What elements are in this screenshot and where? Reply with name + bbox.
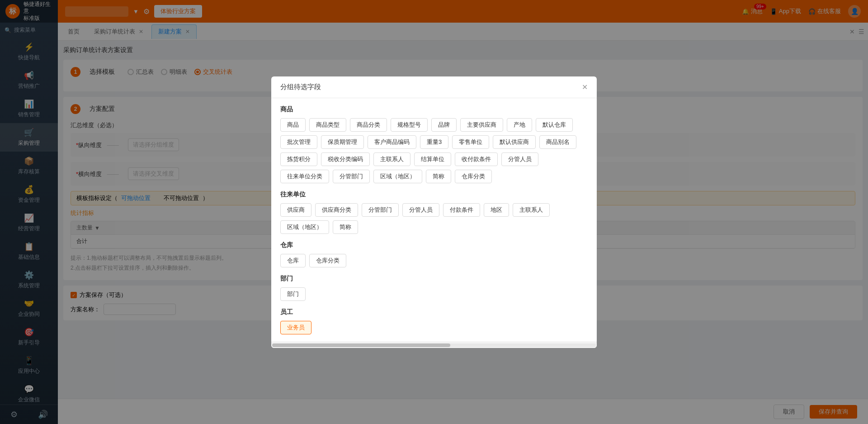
modal-header: 分组待选字段 ✕ [271, 76, 597, 98]
modal: 分组待选字段 ✕ 商品商品商品类型商品分类规格型号品牌主要供应商产地默认仓库批次… [271, 76, 597, 348]
field-chips-warehouse: 仓库仓库分类 [280, 254, 588, 267]
field-chip-product-25[interactable]: 仓库分类 [455, 170, 492, 183]
modal-overlay[interactable]: 分组待选字段 ✕ 商品商品商品类型商品分类规格型号品牌主要供应商产地默认仓库批次… [0, 0, 868, 424]
field-chip-warehouse-0[interactable]: 仓库 [280, 254, 306, 267]
field-chip-partner-0[interactable]: 供应商 [280, 203, 311, 217]
field-chip-product-14[interactable]: 商品别名 [539, 135, 576, 149]
field-chip-product-7[interactable]: 默认仓库 [536, 118, 573, 132]
field-chip-partner-8[interactable]: 简称 [333, 220, 358, 234]
modal-hscrollbar-thumb [272, 343, 450, 347]
field-chip-product-16[interactable]: 税收分类编码 [321, 152, 370, 166]
field-group-title-partner: 往来单位 [280, 191, 588, 199]
field-chip-product-11[interactable]: 重量3 [420, 135, 448, 149]
field-group-product: 商品商品商品类型商品分类规格型号品牌主要供应商产地默认仓库批次管理保质期管理客户… [280, 105, 588, 183]
field-chip-product-19[interactable]: 收付款条件 [455, 152, 498, 166]
field-chip-product-5[interactable]: 主要供应商 [460, 118, 503, 132]
field-chip-product-20[interactable]: 分管人员 [501, 152, 538, 166]
modal-hscrollbar-area [271, 342, 597, 348]
field-chip-product-4[interactable]: 品牌 [431, 118, 457, 132]
field-chips-product: 商品商品类型商品分类规格型号品牌主要供应商产地默认仓库批次管理保质期管理客户商品… [280, 118, 588, 183]
field-group-department: 部门部门 [280, 275, 588, 301]
field-chip-partner-7[interactable]: 区域（地区） [280, 220, 329, 234]
field-chips-department: 部门 [280, 287, 588, 301]
field-chip-product-12[interactable]: 零售单位 [452, 135, 489, 149]
modal-body: 商品商品商品类型商品分类规格型号品牌主要供应商产地默认仓库批次管理保质期管理客户… [271, 98, 597, 342]
field-chip-department-0[interactable]: 部门 [280, 287, 306, 301]
field-group-title-department: 部门 [280, 275, 588, 283]
field-chip-product-15[interactable]: 拣货积分 [280, 152, 317, 166]
field-chip-product-24[interactable]: 简称 [426, 170, 451, 183]
field-chip-partner-4[interactable]: 付款条件 [443, 203, 480, 217]
field-chip-partner-3[interactable]: 分管人员 [402, 203, 439, 217]
field-chips-employee: 业务员 [280, 321, 588, 334]
field-chip-product-9[interactable]: 保质期管理 [321, 135, 364, 149]
field-chip-product-8[interactable]: 批次管理 [280, 135, 317, 149]
field-group-title-employee: 员工 [280, 308, 588, 316]
field-chip-product-1[interactable]: 商品类型 [309, 118, 346, 132]
field-chip-employee-0[interactable]: 业务员 [280, 321, 311, 334]
field-group-partner: 往来单位供应商供应商分类分管部门分管人员付款条件地区主联系人区域（地区）简称 [280, 191, 588, 234]
field-chip-product-3[interactable]: 规格型号 [391, 118, 428, 132]
modal-title: 分组待选字段 [280, 83, 321, 91]
field-chip-product-2[interactable]: 商品分类 [350, 118, 387, 132]
field-chip-warehouse-1[interactable]: 仓库分类 [309, 254, 346, 267]
field-chip-product-18[interactable]: 结算单位 [414, 152, 451, 166]
field-group-title-product: 商品 [280, 105, 588, 114]
field-chip-partner-5[interactable]: 地区 [484, 203, 509, 217]
field-group-warehouse: 仓库仓库仓库分类 [280, 241, 588, 267]
modal-hscrollbar[interactable] [272, 343, 596, 347]
modal-close-button[interactable]: ✕ [582, 83, 588, 91]
field-chip-product-22[interactable]: 分管部门 [333, 170, 370, 183]
field-group-employee: 员工业务员 [280, 308, 588, 334]
field-chip-product-17[interactable]: 主联系人 [373, 152, 410, 166]
field-chip-product-10[interactable]: 客户商品编码 [368, 135, 416, 149]
field-group-title-warehouse: 仓库 [280, 241, 588, 249]
field-chip-product-21[interactable]: 往来单位分类 [280, 170, 329, 183]
field-chip-partner-2[interactable]: 分管部门 [362, 203, 399, 217]
field-chip-product-6[interactable]: 产地 [507, 118, 532, 132]
field-chip-partner-1[interactable]: 供应商分类 [315, 203, 358, 217]
field-chip-product-23[interactable]: 区域（地区） [373, 170, 422, 183]
field-chip-product-0[interactable]: 商品 [280, 118, 306, 132]
field-chip-product-13[interactable]: 默认供应商 [493, 135, 536, 149]
field-chip-partner-6[interactable]: 主联系人 [513, 203, 550, 217]
field-chips-partner: 供应商供应商分类分管部门分管人员付款条件地区主联系人区域（地区）简称 [280, 203, 588, 234]
